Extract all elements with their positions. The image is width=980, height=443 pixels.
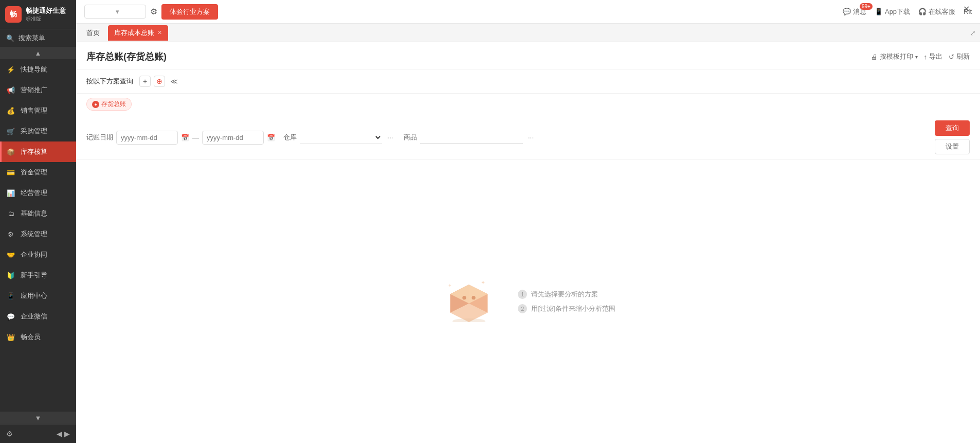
cooperation-icon: 🤝: [6, 250, 15, 259]
goods-more-icon[interactable]: ···: [526, 131, 536, 144]
logo-icon: 畅: [5, 6, 22, 23]
sidebar-item-system[interactable]: ⚙ 系统管理: [0, 224, 76, 244]
sidebar-item-apps[interactable]: 📱 应用中心: [0, 286, 76, 306]
purchase-icon: 🛒: [6, 127, 15, 136]
apps-icon: 📱: [6, 291, 15, 300]
tab-close-icon[interactable]: ✕: [157, 29, 162, 36]
settings-button[interactable]: 设置: [935, 139, 970, 154]
system-icon: ⚙: [6, 229, 15, 239]
date-end-input[interactable]: [202, 131, 264, 145]
sidebar-item-marketing[interactable]: 📢 营销推广: [0, 80, 76, 100]
filter-row: 记账日期 📅 — 📅 仓库 ··· 商品 ··· 查询: [76, 115, 980, 160]
main-area: ▾ ⚙ 体验行业方案 💬 消息 99+ 📱 App下载 🎧 在线客服 Rit: [76, 0, 980, 443]
empty-hints: 1 请先选择要分析的方案 2 用[过滤]条件来缩小分析范围: [518, 290, 615, 313]
svg-point-5: [472, 296, 476, 299]
sidebar-nav: ⚡ 快捷导航 📢 营销推广 💰 销售管理 🛒 采购管理 📦 库存核算 💳 资金管…: [0, 59, 76, 412]
sidebar-item-member[interactable]: 👑 畅会员: [0, 327, 76, 347]
collapse-icon[interactable]: ◀ ▶: [57, 430, 70, 438]
topbar: ▾ ⚙ 体验行业方案 💬 消息 99+ 📱 App下载 🎧 在线客服 Rit: [76, 0, 980, 24]
goods-field: 商品 ···: [404, 131, 536, 144]
date-field: 记账日期 📅 — 📅: [86, 131, 275, 145]
sidebar-item-newbie[interactable]: 🔰 新手引导: [0, 265, 76, 286]
scheme-selector[interactable]: ▾: [84, 5, 146, 19]
marketing-icon: 📢: [6, 85, 15, 95]
sidebar-item-finance[interactable]: 💳 资金管理: [0, 162, 76, 183]
scroll-down-btn[interactable]: ▼: [0, 412, 76, 424]
hint-num-2: 2: [518, 304, 527, 313]
date-start-input[interactable]: [116, 131, 178, 145]
filter-collapse-button[interactable]: ≪: [168, 76, 179, 87]
refresh-icon: ↺: [949, 53, 954, 61]
topbar-left: ▾ ⚙ 体验行业方案: [84, 4, 837, 20]
app-logo: 畅 畅捷通好生意 标准版: [0, 0, 76, 29]
warehouse-more-icon[interactable]: ···: [385, 131, 395, 144]
sidebar: 畅 畅捷通好生意 标准版 🔍 搜索菜单 ▲ ⚡ 快捷导航 📢 营销推广 💰 销售…: [0, 0, 76, 443]
headset-icon: 🎧: [918, 8, 927, 15]
filter-set-button[interactable]: ⊕: [154, 76, 165, 87]
basic-icon: 🗂: [6, 209, 15, 218]
sidebar-item-shortcut[interactable]: ⚡ 快捷导航: [0, 59, 76, 80]
tab-home[interactable]: 首页: [80, 25, 106, 41]
filter-add-button[interactable]: +: [139, 76, 151, 87]
newbie-icon: 🔰: [6, 271, 15, 280]
sidebar-item-basic[interactable]: 🗂 基础信息: [0, 203, 76, 224]
sidebar-item-purchase[interactable]: 🛒 采购管理: [0, 121, 76, 141]
settings-icon[interactable]: ⚙: [6, 430, 13, 438]
tabbar: 首页 库存成本总账 ✕ ✕ ⤢: [76, 24, 980, 42]
sales-icon: 💰: [6, 106, 15, 115]
messages-button[interactable]: 💬 消息 99+: [843, 7, 866, 16]
filter-bar: 按以下方案查询 + ⊕ ≪: [76, 69, 980, 94]
empty-state: ✦ ✦ 1 请先选择要分析的方案 2 用[过滤]条件来缩小分析范围: [76, 160, 980, 443]
logo-text: 畅捷通好生意 标准版: [26, 6, 66, 23]
scheme-placeholder: [89, 7, 114, 16]
wechat-icon: 💬: [6, 312, 15, 321]
scheme-trial-button[interactable]: 体验行业方案: [161, 4, 218, 20]
export-icon: ↑: [924, 53, 928, 61]
sidebar-item-management[interactable]: 📊 经营管理: [0, 183, 76, 203]
svg-text:✦: ✦: [481, 279, 485, 286]
scroll-up-btn[interactable]: ▲: [0, 47, 76, 59]
online-service-button[interactable]: 🎧 在线客服: [918, 7, 955, 16]
print-dropdown-icon: ▾: [915, 54, 918, 60]
filter-right-btns: 查询 设置: [935, 120, 970, 154]
page-content: 库存总账(存货总账) 🖨 按模板打印 ▾ ↑ 导出 ↺ 刷新 按以下方案查询: [76, 42, 980, 443]
page-header: 库存总账(存货总账) 🖨 按模板打印 ▾ ↑ 导出 ↺ 刷新: [76, 42, 980, 69]
query-button[interactable]: 查询: [935, 120, 970, 136]
print-button[interactable]: 🖨 按模板打印 ▾: [871, 52, 918, 61]
date-label: 记账日期: [86, 133, 113, 142]
scheme-tag[interactable]: ● 存货总账: [86, 98, 132, 111]
filter-section-label: 按以下方案查询: [86, 77, 133, 86]
message-icon: 💬: [843, 8, 851, 15]
sidebar-item-cooperation[interactable]: 🤝 企业协同: [0, 244, 76, 265]
svg-point-4: [463, 296, 466, 299]
tab-inventory-ledger[interactable]: 库存成本总账 ✕: [108, 25, 168, 41]
svg-point-8: [453, 318, 486, 322]
print-icon: 🖨: [871, 53, 878, 61]
messages-badge: 99+: [860, 3, 873, 10]
export-button[interactable]: ↑ 导出: [924, 52, 943, 61]
inventory-icon: 📦: [6, 147, 15, 156]
goods-input[interactable]: [420, 131, 523, 144]
topbar-right: 💬 消息 99+ 📱 App下载 🎧 在线客服 Rit: [843, 7, 972, 16]
refresh-button[interactable]: ↺ 刷新: [949, 52, 970, 61]
search-icon: 🔍: [6, 34, 14, 42]
calendar-end-icon[interactable]: 📅: [267, 134, 275, 141]
sidebar-item-inventory[interactable]: 📦 库存核算: [0, 141, 76, 162]
goods-label: 商品: [404, 133, 417, 142]
member-icon: 👑: [6, 332, 15, 342]
sidebar-search[interactable]: 🔍 搜索菜单: [0, 29, 76, 47]
close-panel-button[interactable]: ✕: [963, 4, 970, 14]
scheme-area: ● 存货总账: [76, 94, 980, 115]
app-download-button[interactable]: 📱 App下载: [875, 7, 910, 16]
filter-actions: + ⊕ ≪: [139, 76, 179, 87]
hint-item-1: 1 请先选择要分析的方案: [518, 290, 615, 299]
warehouse-select[interactable]: [300, 131, 382, 144]
page-header-actions: 🖨 按模板打印 ▾ ↑ 导出 ↺ 刷新: [871, 52, 970, 61]
warehouse-field: 仓库 ···: [283, 131, 395, 144]
hint-num-1: 1: [518, 290, 527, 299]
sidebar-item-sales[interactable]: 💰 销售管理: [0, 100, 76, 121]
sidebar-item-wechat[interactable]: 💬 企业微信: [0, 306, 76, 327]
expand-icon[interactable]: ⤢: [970, 29, 976, 37]
calendar-start-icon[interactable]: 📅: [181, 134, 189, 141]
topbar-gear-icon[interactable]: ⚙: [150, 7, 157, 16]
